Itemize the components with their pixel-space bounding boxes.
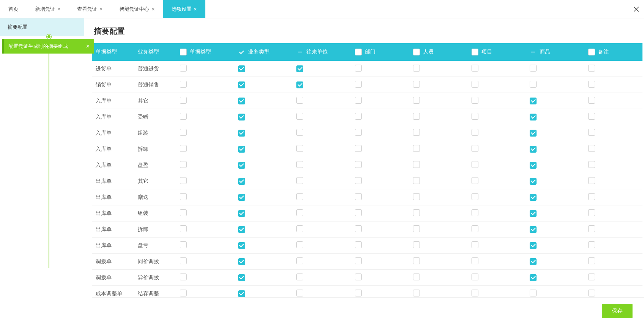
- row-checkbox[interactable]: [296, 97, 303, 104]
- row-checkbox[interactable]: [180, 225, 187, 232]
- row-checkbox[interactable]: [296, 274, 303, 280]
- col-header-c_partner[interactable]: 往来单位: [293, 43, 351, 61]
- row-checkbox[interactable]: [588, 274, 595, 280]
- row-checkbox[interactable]: [413, 177, 420, 184]
- row-checkbox[interactable]: [238, 114, 245, 120]
- row-checkbox[interactable]: [413, 257, 420, 264]
- row-checkbox[interactable]: [413, 241, 420, 248]
- row-checkbox[interactable]: [180, 145, 187, 152]
- row-checkbox[interactable]: [588, 209, 595, 216]
- row-checkbox[interactable]: [238, 226, 245, 233]
- col-header-c_biz_type[interactable]: 业务类型: [234, 43, 293, 61]
- row-checkbox[interactable]: [472, 145, 478, 152]
- row-checkbox[interactable]: [413, 193, 420, 200]
- row-checkbox[interactable]: [588, 81, 595, 88]
- row-checkbox[interactable]: [530, 194, 537, 201]
- header-checkbox-c_doc_type[interactable]: [180, 49, 187, 55]
- tab-4[interactable]: 选项设置×: [163, 0, 205, 18]
- row-checkbox[interactable]: [296, 290, 303, 296]
- row-checkbox[interactable]: [296, 209, 303, 216]
- tab-3[interactable]: 智能凭证中心×: [111, 0, 163, 18]
- row-checkbox[interactable]: [530, 242, 537, 249]
- row-checkbox[interactable]: [413, 129, 420, 136]
- row-checkbox[interactable]: [355, 290, 362, 296]
- row-checkbox[interactable]: [296, 257, 303, 264]
- row-checkbox[interactable]: [588, 129, 595, 136]
- row-checkbox[interactable]: [296, 193, 303, 200]
- header-checkbox-c_dept[interactable]: [355, 49, 362, 55]
- row-checkbox[interactable]: [296, 129, 303, 136]
- row-checkbox[interactable]: [413, 97, 420, 104]
- row-checkbox[interactable]: [530, 178, 537, 185]
- row-checkbox[interactable]: [472, 257, 478, 264]
- row-checkbox[interactable]: [472, 209, 478, 216]
- row-checkbox[interactable]: [180, 241, 187, 248]
- row-checkbox[interactable]: [472, 290, 478, 296]
- row-checkbox[interactable]: [588, 225, 595, 232]
- header-checkbox-c_person[interactable]: [413, 49, 420, 55]
- row-checkbox[interactable]: [296, 81, 303, 88]
- col-header-c_person[interactable]: 人员: [409, 43, 468, 61]
- row-checkbox[interactable]: [355, 225, 362, 232]
- tab-close-icon[interactable]: ×: [57, 6, 60, 12]
- row-checkbox[interactable]: [472, 177, 478, 184]
- row-checkbox[interactable]: [472, 193, 478, 200]
- col-header-c_dept[interactable]: 部门: [351, 43, 410, 61]
- col-header-c_remark[interactable]: 备注: [584, 43, 643, 61]
- row-checkbox[interactable]: [530, 114, 537, 120]
- header-checkbox-c_goods[interactable]: [530, 49, 537, 55]
- row-checkbox[interactable]: [238, 81, 245, 88]
- row-checkbox[interactable]: [530, 210, 537, 217]
- row-checkbox[interactable]: [530, 226, 537, 233]
- row-checkbox[interactable]: [238, 290, 245, 297]
- tab-close-icon[interactable]: ×: [194, 6, 197, 12]
- row-checkbox[interactable]: [472, 81, 478, 88]
- tab-close-icon[interactable]: ×: [99, 6, 102, 12]
- header-checkbox-c_remark[interactable]: [588, 49, 595, 55]
- row-checkbox[interactable]: [355, 129, 362, 136]
- row-checkbox[interactable]: [530, 130, 537, 137]
- row-checkbox[interactable]: [472, 225, 478, 232]
- row-checkbox[interactable]: [413, 81, 420, 88]
- header-checkbox-c_project[interactable]: [472, 49, 478, 55]
- row-checkbox[interactable]: [355, 65, 362, 72]
- row-checkbox[interactable]: [413, 209, 420, 216]
- row-checkbox[interactable]: [238, 146, 245, 153]
- row-checkbox[interactable]: [180, 129, 187, 136]
- row-checkbox[interactable]: [472, 97, 478, 104]
- sidebar-tooltip-close-icon[interactable]: ×: [86, 43, 89, 49]
- row-checkbox[interactable]: [588, 177, 595, 184]
- row-checkbox[interactable]: [355, 193, 362, 200]
- row-checkbox[interactable]: [238, 178, 245, 185]
- row-checkbox[interactable]: [530, 162, 537, 169]
- row-checkbox[interactable]: [530, 81, 537, 88]
- row-checkbox[interactable]: [238, 210, 245, 217]
- row-checkbox[interactable]: [413, 290, 420, 296]
- row-checkbox[interactable]: [413, 225, 420, 232]
- row-checkbox[interactable]: [238, 162, 245, 169]
- tab-2[interactable]: 查看凭证×: [69, 0, 111, 18]
- row-checkbox[interactable]: [472, 113, 478, 120]
- row-checkbox[interactable]: [180, 290, 187, 296]
- row-checkbox[interactable]: [238, 65, 245, 72]
- row-checkbox[interactable]: [588, 241, 595, 248]
- row-checkbox[interactable]: [413, 145, 420, 152]
- col-header-c_goods[interactable]: 商品: [526, 43, 584, 61]
- row-checkbox[interactable]: [180, 65, 187, 72]
- row-checkbox[interactable]: [530, 274, 537, 281]
- close-all-tabs-icon[interactable]: [633, 0, 639, 18]
- row-checkbox[interactable]: [472, 161, 478, 168]
- row-checkbox[interactable]: [355, 145, 362, 152]
- table-scroll[interactable]: 单据类型业务类型单据类型业务类型往来单位部门人员项目商品备注 进货单普通进货销货…: [92, 43, 642, 297]
- row-checkbox[interactable]: [296, 113, 303, 120]
- row-checkbox[interactable]: [180, 97, 187, 104]
- row-checkbox[interactable]: [588, 113, 595, 120]
- row-checkbox[interactable]: [238, 194, 245, 201]
- sidebar-tab-summary[interactable]: 摘要配置: [0, 18, 84, 36]
- row-checkbox[interactable]: [296, 177, 303, 184]
- row-checkbox[interactable]: [355, 97, 362, 104]
- row-checkbox[interactable]: [530, 258, 537, 265]
- row-checkbox[interactable]: [530, 65, 537, 72]
- row-checkbox[interactable]: [413, 113, 420, 120]
- row-checkbox[interactable]: [296, 241, 303, 248]
